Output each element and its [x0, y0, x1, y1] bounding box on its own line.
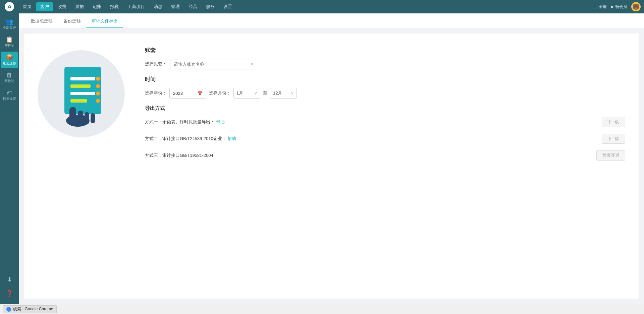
svg-rect-2	[70, 84, 91, 88]
sidebar-label-tag-settings: 标签设置	[3, 97, 16, 101]
nav-billing[interactable]: 收费	[54, 2, 70, 11]
method1-label: 方式一：余额表、序时账批量导出：	[145, 119, 215, 124]
time-section-title: 时间	[145, 76, 625, 83]
account-row: 选择账套： ∨	[145, 59, 625, 69]
nav-service[interactable]: 服务	[202, 2, 219, 11]
tag-icon: 🏷	[6, 90, 12, 96]
month-end-value: 12月	[273, 90, 282, 96]
page-content: 账套 选择账套： ∨ 时间 选择年份： 2023 📅	[24, 34, 639, 299]
sidebar-item-zero-declare[interactable]: 📋 0申报	[1, 34, 18, 50]
tab-audit-export[interactable]: 审计文件导出	[86, 15, 123, 28]
nav-settings[interactable]: 设置	[219, 2, 236, 11]
sidebar-bottom: ⬇ ❓	[1, 273, 18, 304]
nav-tax[interactable]: 报税	[106, 2, 123, 11]
illustration-circle	[38, 50, 125, 137]
export-section-divider: 导出方式	[145, 105, 625, 112]
fullscreen-button[interactable]: ⛶ 全屏	[593, 4, 607, 10]
avatar[interactable]: 🐻	[631, 2, 641, 11]
method2-download-button[interactable]: 下 载	[602, 134, 625, 144]
method1-help-link[interactable]: 帮助	[216, 119, 225, 124]
download-icon: ⬇	[7, 276, 12, 283]
year-value: 2023	[173, 91, 183, 96]
chrome-icon	[6, 307, 11, 312]
nav-home[interactable]: 首页	[19, 2, 36, 11]
sidebar-bottom-icon1[interactable]: ⬇	[1, 273, 18, 286]
account-input[interactable]: ∨	[170, 59, 257, 69]
tabs-bar: 数据包迁移 备份迁移 审计文件导出	[19, 13, 644, 28]
sidebar-label-zero-declare: 0申报	[5, 44, 14, 48]
sidebar: 👥 全部客户 📋 0申报 📦 账套迁移 🗑 回收站 🏷 标签设置 ⬇ ❓	[0, 13, 19, 304]
sidebar-item-account-migration[interactable]: 📦 账套迁移	[1, 52, 18, 68]
export-section-title: 导出方式	[145, 105, 625, 112]
month-start-label: 选择月份：	[209, 90, 231, 96]
account-dropdown-icon: ∨	[251, 62, 254, 66]
account-label: 选择账套：	[145, 61, 167, 67]
nav-menu: 首页 客户 收费 票据 记账 报税 工商项目 消息 管理 经营 服务 设置	[19, 2, 593, 11]
account-text-input[interactable]	[174, 62, 248, 67]
method2-label: 方式二：审计接口GB/T24589-2010企业：	[145, 136, 226, 141]
export-method-3: 方式三：审计接口GB/T19581-2004 暂缓开通	[145, 150, 625, 161]
right-toolbar: ⛶ 全屏 ▶ 畅会员 🐻	[593, 2, 641, 11]
method1-text: 方式一：余额表、序时账批量导出： 帮助	[145, 119, 602, 125]
declare-icon: 📋	[6, 37, 13, 43]
svg-rect-13	[91, 113, 95, 123]
question-icon: ❓	[6, 290, 13, 297]
top-navigation: ✿ 首页 客户 收费 票据 记账 报税 工商项目 消息 管理 经营 服务 设置 …	[0, 0, 644, 13]
taskbar-chrome-item[interactable]: 线索 - Google Chrome	[3, 305, 57, 313]
method3-label: 方式三：审计接口GB/T19581-2004	[145, 153, 213, 158]
tab-data-migration[interactable]: 数据包迁移	[25, 15, 58, 28]
nav-message[interactable]: 消息	[150, 2, 166, 11]
svg-rect-11	[78, 111, 83, 124]
time-row: 选择年份： 2023 📅 选择月份： 1月 ∨ 至 12月 ∨	[145, 88, 625, 99]
app-logo: ✿	[3, 1, 15, 13]
sidebar-item-recycle[interactable]: 🗑 回收站	[1, 69, 18, 86]
logo-icon: ✿	[5, 2, 14, 11]
taskbar: 线索 - Google Chrome	[0, 304, 644, 314]
svg-point-6	[96, 84, 100, 88]
clients-icon: 👥	[6, 19, 13, 25]
year-label: 选择年份：	[145, 90, 167, 96]
svg-point-5	[96, 77, 100, 81]
sidebar-label-all-clients: 全部客户	[3, 26, 16, 30]
svg-rect-3	[70, 92, 95, 95]
month-end-arrow: ∨	[291, 91, 294, 96]
svg-rect-1	[70, 77, 95, 80]
doc-illustration-svg	[51, 60, 111, 127]
sidebar-item-tag-settings[interactable]: 🏷 标签设置	[1, 87, 18, 104]
sidebar-bottom-icon2[interactable]: ❓	[1, 287, 18, 300]
export-method-2: 方式二：审计接口GB/T24589-2010企业： 帮助 下 载	[145, 134, 625, 144]
method2-help-link[interactable]: 帮助	[227, 136, 236, 141]
main-layout: 👥 全部客户 📋 0申报 📦 账套迁移 🗑 回收站 🏷 标签设置 ⬇ ❓	[0, 13, 644, 304]
method1-download-button[interactable]: 下 载	[602, 117, 625, 127]
svg-rect-4	[70, 99, 87, 103]
month-start-value: 1月	[236, 90, 243, 96]
nav-bookkeeping[interactable]: 记账	[89, 2, 105, 11]
month-end-select[interactable]: 12月 ∨	[270, 88, 297, 99]
nav-invoice[interactable]: 票据	[71, 2, 88, 11]
member-button[interactable]: ▶ 畅会员	[611, 4, 627, 10]
year-input[interactable]: 2023 📅	[169, 88, 206, 99]
fullscreen-icon: ⛶	[593, 4, 597, 9]
month-start-select[interactable]: 1月 ∨	[233, 88, 260, 99]
method3-open-button[interactable]: 暂缓开通	[596, 150, 625, 161]
time-section-divider: 时间	[145, 76, 625, 83]
sidebar-item-all-clients[interactable]: 👥 全部客户	[1, 16, 18, 33]
migration-icon: 📦	[6, 54, 13, 60]
nav-management[interactable]: 管理	[167, 2, 184, 11]
nav-operations[interactable]: 经营	[184, 2, 201, 11]
method3-text: 方式三：审计接口GB/T19581-2004	[145, 152, 596, 159]
content-area: 数据包迁移 备份迁移 审计文件导出	[19, 13, 644, 304]
tab-backup-migration[interactable]: 备份迁移	[58, 15, 86, 28]
nav-client[interactable]: 客户	[36, 2, 53, 11]
taskbar-label: 线索 - Google Chrome	[13, 306, 53, 312]
export-method-1: 方式一：余额表、序时账批量导出： 帮助 下 载	[145, 117, 625, 127]
svg-point-7	[96, 91, 100, 96]
calendar-icon: 📅	[197, 91, 203, 96]
nav-business[interactable]: 工商项目	[123, 2, 149, 11]
illustration-area	[38, 44, 125, 137]
svg-point-8	[96, 99, 100, 103]
form-area: 账套 选择账套： ∨ 时间 选择年份： 2023 📅	[145, 44, 625, 167]
recycle-icon: 🗑	[6, 72, 12, 78]
time-to-label: 至	[263, 90, 267, 96]
month-start-arrow: ∨	[254, 91, 257, 96]
